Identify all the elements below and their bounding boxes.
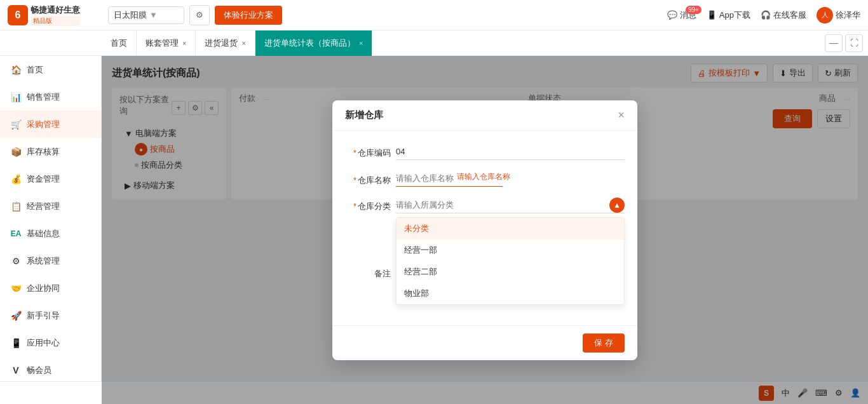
sidebar-item-system[interactable]: ⚙ 系统管理 xyxy=(0,247,101,274)
dropdown-item-property[interactable]: 物业部 xyxy=(397,283,624,304)
save-button[interactable]: 保 存 xyxy=(583,333,625,353)
sidebar-item-purchase[interactable]: 🛒 采购管理 xyxy=(0,111,101,138)
modal-body: 仓库编码 仓库名称 请输入仓库名称 仓库分类 xyxy=(332,131,637,325)
top-header: 6 畅捷通好生意 精品版 日太阳膜 ▼ ⚙ 体验行业方案 💬 消息 99+ 📱 … xyxy=(0,0,868,30)
finance-icon: 💰 xyxy=(10,173,22,185)
apps-icon: 📱 xyxy=(10,337,22,349)
dropdown-item-ops2[interactable]: 经营二部 xyxy=(397,261,624,283)
tab-returns-close-icon[interactable]: × xyxy=(241,39,245,47)
sidebar-item-inventory[interactable]: 📦 库存核算 xyxy=(0,138,101,165)
purchase-icon: 🛒 xyxy=(10,119,22,130)
nav-tabs: 首页 账套管理 × 进货退货 × 进货单统计表（按商品） × — ⛶ xyxy=(0,30,868,56)
sidebar-item-enterprise[interactable]: 🤝 企业协同 xyxy=(0,274,101,302)
home-icon: 🏠 xyxy=(10,64,22,76)
code-input[interactable] xyxy=(396,144,625,160)
category-input[interactable] xyxy=(396,197,625,213)
header-right: 💬 消息 99+ 📱 App下载 🎧 在线客服 人 徐泽华 xyxy=(667,7,860,24)
category-label: 仓库分类 xyxy=(345,197,396,212)
sidebar-item-operation[interactable]: 📋 经营管理 xyxy=(0,192,101,220)
logo-area: 6 畅捷通好生意 精品版 xyxy=(8,4,103,26)
dropdown-item-ops1[interactable]: 经营一部 xyxy=(397,239,624,261)
category-dropdown-list: 未分类 经营一部 经营二部 物业部 xyxy=(396,217,625,305)
trial-button[interactable]: 体验行业方案 xyxy=(215,6,282,25)
sidebar-item-finance[interactable]: 💰 资金管理 xyxy=(0,165,101,192)
app-download-button[interactable]: 📱 App下载 xyxy=(707,10,750,21)
tab-stats[interactable]: 进货单统计表（按商品） × xyxy=(255,30,372,56)
sidebar-item-member[interactable]: V 畅会员 xyxy=(0,356,101,384)
tab-returns[interactable]: 进货退货 × xyxy=(196,30,255,56)
remark-label: 备注 xyxy=(345,264,396,279)
enterprise-icon: 🤝 xyxy=(10,283,22,294)
sidebar-item-home[interactable]: 🏠 首页 xyxy=(0,56,101,83)
modal-header: 新增仓库 × xyxy=(332,100,637,131)
operation-icon: 📋 xyxy=(10,201,22,212)
category-select-wrapper: ▲ 未分类 经营一部 经营二部 物业部 xyxy=(396,197,625,213)
settings-button[interactable]: ⚙ xyxy=(189,5,210,25)
name-field-row: 仓库名称 请输入仓库名称 xyxy=(345,170,625,187)
tab-home[interactable]: 首页 xyxy=(102,30,137,56)
headset-icon: 🎧 xyxy=(761,10,771,20)
messages-button[interactable]: 💬 消息 99+ xyxy=(667,10,696,21)
main-layout: 🏠 首页 📊 销售管理 🛒 采购管理 📦 库存核算 💰 资金管理 📋 经营管理 … xyxy=(0,56,868,404)
sales-icon: 📊 xyxy=(10,91,22,103)
basic-info-icon: EA xyxy=(10,228,22,239)
store-selector[interactable]: 日太阳膜 ▼ xyxy=(108,6,184,24)
code-label: 仓库编码 xyxy=(345,144,396,159)
logo-text: 畅捷通好生意 精品版 xyxy=(31,4,80,26)
sidebar: 🏠 首页 📊 销售管理 🛒 采购管理 📦 库存核算 💰 资金管理 📋 经营管理 … xyxy=(0,56,102,404)
avatar: 人 xyxy=(817,7,833,24)
sidebar-item-sales[interactable]: 📊 销售管理 xyxy=(0,83,101,111)
guide-icon: 🚀 xyxy=(10,310,22,321)
modal-close-button[interactable]: × xyxy=(618,109,625,121)
system-icon: ⚙ xyxy=(10,255,22,267)
tab-stats-close-icon[interactable]: × xyxy=(359,39,363,47)
app-logo-icon: 6 xyxy=(8,5,28,25)
tab-minimize-button[interactable]: — xyxy=(825,34,843,52)
modal-title: 新增仓库 xyxy=(345,109,383,121)
code-field-row: 仓库编码 xyxy=(345,144,625,160)
modal-footer: 保 存 xyxy=(332,325,637,360)
inventory-icon: 📦 xyxy=(10,146,22,158)
modal-overlay[interactable]: 新增仓库 × 仓库编码 仓库名称 请输入仓库名称 xyxy=(102,56,868,404)
tab-maximize-button[interactable]: ⛶ xyxy=(845,34,863,52)
dropdown-item-uncategorized[interactable]: 未分类 xyxy=(397,218,624,239)
message-icon: 💬 xyxy=(667,10,677,20)
category-dropdown-toggle[interactable]: ▲ xyxy=(609,198,625,213)
gear-icon: ⚙ xyxy=(196,10,203,20)
name-error-message: 请输入仓库名称 xyxy=(457,172,510,182)
member-icon: V xyxy=(10,365,22,376)
name-label: 仓库名称 xyxy=(345,171,396,186)
tab-actions: — ⛶ xyxy=(825,34,868,52)
content-area: 进货单统计(按商品) 🖨 按模板打印 ▼ ⬇ 导出 ↻ 刷新 xyxy=(102,56,868,404)
sidebar-item-guide[interactable]: 🚀 新手引导 xyxy=(0,302,101,329)
service-button[interactable]: 🎧 在线客服 xyxy=(761,10,806,21)
store-chevron-icon: ▼ xyxy=(149,10,158,20)
category-field-row: 仓库分类 ▲ 未分类 经营一部 经营二部 物业部 xyxy=(345,197,625,213)
phone-icon: 📱 xyxy=(707,10,717,20)
sidebar-item-basic-info[interactable]: EA 基础信息 xyxy=(0,220,101,247)
new-warehouse-modal: 新增仓库 × 仓库编码 仓库名称 请输入仓库名称 xyxy=(332,100,637,360)
tab-accounts[interactable]: 账套管理 × xyxy=(137,30,196,56)
tab-accounts-close-icon[interactable]: × xyxy=(182,39,186,47)
sidebar-item-apps[interactable]: 📱 应用中心 xyxy=(0,329,101,356)
user-menu-button[interactable]: 人 徐泽华 xyxy=(817,7,860,24)
